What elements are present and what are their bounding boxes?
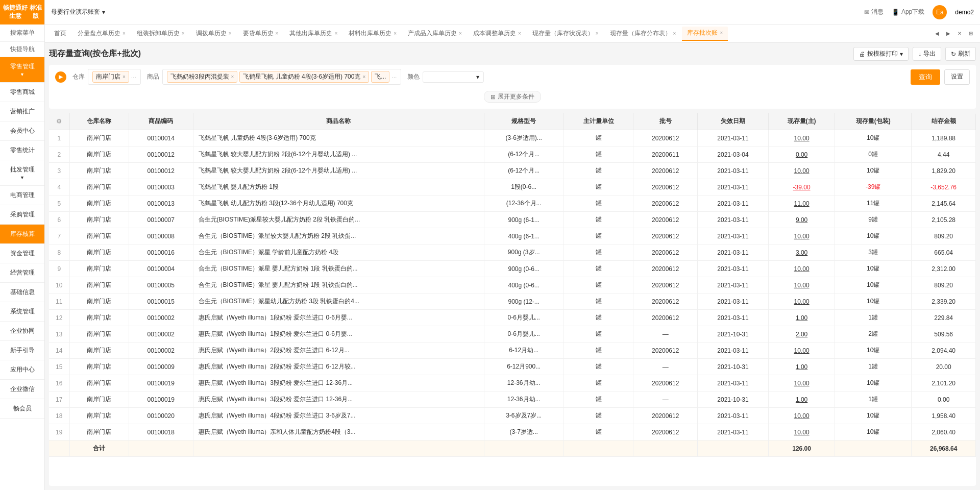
tab-成本调整单历史[interactable]: 成本调整单历史×: [468, 27, 526, 41]
inventory-table: ⚙仓库名称商品编码商品名称规格型号主计量单位批号失效日期现存量(主)现存量(包装…: [49, 113, 976, 457]
qty-link[interactable]: 10.00: [794, 347, 810, 354]
tab-close-icon[interactable]: ×: [122, 31, 126, 36]
sidebar-item-企业协同[interactable]: 企业协同: [0, 322, 44, 341]
qty-link[interactable]: 10.00: [794, 429, 810, 436]
table-row: 18南岸门店00100020惠氏启赋（Wyeth illuma）4段奶粉 爱尔兰…: [49, 408, 976, 424]
tab-现存量（库存分布表）[interactable]: 现存量（库存分布表）×: [605, 27, 681, 41]
table-row: 10南岸门店00100005合生元（BIOSTIME）派星 婴儿配方奶粉 1段 …: [49, 277, 976, 293]
page-header: 现存量查询(按仓库+批次) 🖨 按模板打印 ▾ ↓ 导出 ↻ 刷新: [49, 47, 976, 61]
settings-icon[interactable]: ⚙: [56, 118, 62, 125]
query-btn[interactable]: 查询: [911, 69, 940, 85]
qty-link[interactable]: 10.00: [794, 412, 810, 420]
app-download-btn[interactable]: 📱 App下载: [892, 8, 924, 16]
print-icon: 🖨: [859, 51, 865, 58]
tab-close-btn[interactable]: ✕: [954, 29, 965, 39]
table-row: 1南岸门店00100014飞鹤星飞帆 儿童奶粉 4段(3-6岁适用) 700克(…: [49, 130, 976, 146]
product-tag1-close[interactable]: ×: [231, 74, 234, 80]
qty-link[interactable]: 10.00: [794, 282, 810, 289]
tab-prev-btn[interactable]: ◀: [932, 29, 942, 39]
tab-close-icon[interactable]: ×: [673, 31, 676, 36]
qty-link[interactable]: 2.00: [796, 331, 807, 338]
tab-close-icon[interactable]: ×: [720, 30, 723, 36]
sidebar-item-电商管理[interactable]: 电商管理: [0, 186, 44, 205]
color-filter-value[interactable]: ▾: [423, 71, 484, 83]
tab-close-icon[interactable]: ×: [276, 31, 279, 36]
sidebar-item-零售管理[interactable]: 零售管理▼: [0, 57, 44, 83]
sidebar-item-基础信息[interactable]: 基础信息: [0, 283, 44, 302]
sidebar-item-系统管理[interactable]: 系统管理: [0, 302, 44, 322]
template-print-btn[interactable]: 🖨 按模板打印 ▾: [853, 47, 909, 61]
qty-link[interactable]: 10.00: [794, 167, 810, 175]
export-btn[interactable]: ↓ 导出: [913, 47, 941, 61]
qty-link[interactable]: -39.00: [793, 184, 811, 191]
tab-组装拆卸单历史[interactable]: 组装拆卸单历史×: [132, 27, 190, 41]
table-body: 1南岸门店00100014飞鹤星飞帆 儿童奶粉 4段(3-6岁适用) 700克(…: [49, 130, 976, 457]
tab-next-btn[interactable]: ▶: [943, 29, 953, 39]
tab-首页[interactable]: 首页: [49, 27, 71, 41]
sidebar-item-会员中心[interactable]: 会员中心: [0, 121, 44, 141]
tab-其他出库单历史[interactable]: 其他出库单历史×: [284, 27, 342, 41]
tab-nav: ◀ ▶ ✕ ⊞: [932, 29, 976, 39]
warehouse-tag-close[interactable]: ×: [122, 74, 126, 80]
product-filter-value[interactable]: 飞鹤奶粉3段丙混提装 × 飞鹤星飞帆 儿童奶粉 4段(3-6岁适用) 700克 …: [162, 69, 401, 85]
refresh-btn[interactable]: ↻ 刷新: [945, 47, 976, 61]
filter-color: 颜色 ▾: [407, 71, 484, 83]
table-row: 11南岸门店00100015合生元（BIOSTIME）派星幼儿配方奶粉 3段 乳…: [49, 293, 976, 310]
sidebar-item-经营管理[interactable]: 经营管理: [0, 263, 44, 283]
sidebar-item-零售商城[interactable]: 零售商城: [0, 83, 44, 102]
tab-close-icon[interactable]: ×: [596, 31, 599, 36]
qty-link[interactable]: 0.00: [796, 151, 807, 158]
sidebar-item-批发管理[interactable]: 批发管理▼: [0, 160, 44, 186]
table-row: 9南岸门店00100004合生元（BIOSTIME）派星 婴儿配方奶粉 1段 乳…: [49, 261, 976, 277]
qty-link[interactable]: 9.00: [796, 216, 807, 224]
username: demo2: [955, 9, 974, 16]
sidebar-item-应用中心[interactable]: 应用中心: [0, 360, 44, 380]
tab-menu-btn[interactable]: ⊞: [966, 29, 976, 39]
tab-分量盘点单历史[interactable]: 分量盘点单历史×: [72, 27, 131, 41]
filter-warehouse: 仓库 南岸门店 × ···: [72, 69, 141, 85]
avatar[interactable]: Ea: [933, 5, 947, 19]
tab-材料出库单历史[interactable]: 材料出库单历史×: [344, 27, 402, 41]
qty-link[interactable]: 10.00: [794, 135, 810, 142]
collapse-btn[interactable]: ▶: [55, 71, 66, 83]
sidebar-menu: 零售管理▼零售商城营销推广会员中心零售统计批发管理▼电商管理采购管理库存核算资金…: [0, 57, 44, 490]
tabs-container: 首页分量盘点单历史×组装拆卸单历史×调拨单历史×要货单历史×其他出库单历史×材料…: [49, 27, 931, 41]
tab-close-icon[interactable]: ×: [459, 31, 462, 36]
qty-link[interactable]: 10.00: [794, 380, 810, 387]
sidebar-item-零售统计[interactable]: 零售统计: [0, 141, 44, 160]
qty-link[interactable]: 1.00: [796, 396, 807, 403]
settings-btn[interactable]: 设置: [944, 69, 970, 85]
expand-conditions-btn[interactable]: ⊞ 展开更多条件: [484, 91, 541, 103]
sidebar-item-新手引导[interactable]: 新手引导: [0, 341, 44, 360]
qty-link[interactable]: 1.00: [796, 363, 807, 371]
qty-link[interactable]: 11.00: [794, 200, 810, 207]
tab-现存量（库存状况表）[interactable]: 现存量（库存状况表）×: [527, 27, 604, 41]
product-tag2-close[interactable]: ×: [362, 74, 365, 80]
sidebar-item-采购管理[interactable]: 采购管理: [0, 205, 44, 225]
sidebar-shortcut[interactable]: 快捷导航: [0, 42, 44, 57]
qty-link[interactable]: 10.00: [794, 265, 810, 273]
qty-link[interactable]: 1.00: [796, 314, 807, 322]
message-btn[interactable]: ✉ 消息: [864, 8, 884, 16]
sidebar-item-库存核算[interactable]: 库存核算: [0, 225, 44, 244]
tab-close-icon[interactable]: ×: [229, 31, 232, 36]
qty-link[interactable]: 10.00: [794, 298, 810, 305]
sidebar-item-企业微信[interactable]: 企业微信: [0, 380, 44, 399]
table-row: 6南岸门店00100007合生元(BIOSTIME)派星较大婴儿配方奶粉 2段 …: [49, 212, 976, 228]
tab-库存批次账[interactable]: 库存批次账×: [682, 27, 728, 41]
warehouse-filter-value[interactable]: 南岸门店 × ···: [88, 69, 141, 85]
tab-close-icon[interactable]: ×: [334, 31, 337, 36]
tab-close-icon[interactable]: ×: [394, 31, 397, 36]
tab-close-icon[interactable]: ×: [518, 31, 521, 36]
sidebar-item-营销推广[interactable]: 营销推广: [0, 102, 44, 121]
sidebar-item-资金管理[interactable]: 资金管理: [0, 244, 44, 263]
tab-调拨单历史[interactable]: 调拨单历史×: [191, 27, 237, 41]
tab-产成品入库单历史[interactable]: 产成品入库单历史×: [403, 27, 467, 41]
qty-link[interactable]: 10.00: [794, 233, 810, 240]
qty-link[interactable]: 3.00: [796, 249, 807, 256]
tab-close-icon[interactable]: ×: [182, 31, 185, 36]
sidebar-search[interactable]: 搜索菜单: [0, 24, 44, 42]
industry-selector[interactable]: 母婴行业演示账套 ▾: [51, 8, 143, 16]
sidebar-item-畅会员[interactable]: 畅会员: [0, 399, 44, 419]
tab-要货单历史[interactable]: 要货单历史×: [238, 27, 284, 41]
